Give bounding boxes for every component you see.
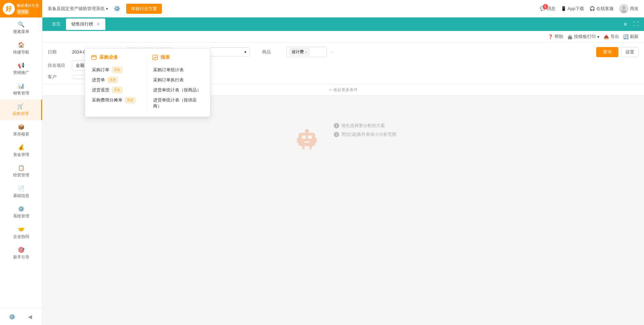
tab-home[interactable]: 首页 [46, 18, 66, 30]
search-icon: 🔍 [18, 21, 25, 28]
help-btn[interactable]: ❓ 帮助 [548, 34, 563, 40]
svg-point-15 [95, 56, 95, 56]
sidebar: 好 畅捷通好生意 标准版 🔍 搜索菜单 🏠 快捷导航 📢 营销推广 📊 销售管理… [0, 0, 42, 325]
user-label: 用友 [630, 6, 639, 12]
purchase-section-icon [91, 54, 97, 61]
sidebar-item-quick-nav[interactable]: 🏠 快捷导航 [0, 38, 42, 58]
guide-icon: 🎯 [18, 246, 25, 253]
sidebar-item-finance[interactable]: 💰 资金管理 [0, 140, 42, 161]
sidebar-item-search[interactable]: 🔍 搜索菜单 [0, 17, 42, 38]
app-download-action[interactable]: 📱 App下载 [561, 6, 584, 12]
settings-btn[interactable]: 设置 [621, 47, 639, 57]
purchase-order-stats-item[interactable]: 采购订单统计表 [152, 65, 205, 75]
tab-sales-rank[interactable]: 销售排行榜 ✕ [66, 18, 105, 30]
report-section-icon [152, 54, 158, 61]
tab-close-icon[interactable]: ✕ [97, 22, 100, 27]
incoming-stats-supplier-item[interactable]: 进货单统计表（按供应商） [152, 95, 205, 111]
export-btn[interactable]: 📤 导出 [604, 34, 619, 40]
svg-point-2 [621, 10, 627, 13]
operations-icon: 📋 [18, 164, 25, 171]
sidebar-item-enterprise[interactable]: 🤝 企业协同 [0, 222, 42, 243]
sidebar-nav: 🔍 搜索菜单 🏠 快捷导航 📢 营销推广 📊 销售管理 🛒 采购管理 📦 库存核… [0, 17, 42, 308]
app-download-label: App下载 [568, 6, 584, 12]
notification-action[interactable]: 💬 5 消息 [540, 6, 556, 12]
sidebar-item-operations[interactable]: 📋 经营管理 [0, 161, 42, 181]
report-section: 报表 采购订单统计表 采购订单执行表 进货单统计表（按商品） 进货单统计表（按供… [152, 54, 205, 111]
system-icon: ⚙️ [18, 205, 25, 212]
content-area: ❓ 帮助 🖨️ 按模板打印 ▾ 📤 导出 🔄 刷新 日期 2024- [42, 31, 644, 325]
sidebar-item-purchase[interactable]: 🛒 采购管理 [0, 99, 42, 120]
goods-tag-input[interactable]: 设计费 × [286, 47, 327, 57]
empty-tips: 1 请先选择要分析的方案 2 用[过滤]条件来缩小分析范围 [334, 123, 396, 137]
logo-icon: 好 [3, 3, 15, 15]
print-dropdown-icon: ▾ [597, 34, 600, 39]
goods-more-dots[interactable]: ··· [331, 49, 334, 54]
online-service-action[interactable]: 🎧 在线客服 [589, 6, 614, 12]
industry-btn[interactable]: 体验行业方案 [126, 4, 162, 14]
main-content: 装备及固定资产辅助管理系统 ⚙️ 体验行业方案 💬 5 消息 📱 App下载 🎧… [42, 0, 644, 325]
sales-icon: 📊 [18, 82, 25, 89]
empty-tip-2: 2 用[过滤]条件来缩小分析范围 [334, 131, 396, 137]
export-icon: 📤 [604, 34, 609, 39]
query-btn[interactable]: 查询 [596, 47, 618, 57]
sidebar-item-marketing[interactable]: 📢 营销推广 [0, 58, 42, 79]
topbar-actions: 💬 5 消息 📱 App下载 🎧 在线客服 [540, 4, 639, 13]
empty-tip-1: 1 请先选择要分析的方案 [334, 123, 385, 129]
svg-point-1 [622, 6, 625, 9]
avatar [619, 4, 629, 13]
sidebar-item-inventory[interactable]: 📦 库存核算 [0, 120, 42, 140]
chevron-down-icon [106, 6, 108, 11]
cost-allocation-item[interactable]: 采购费用分摊单 历史 [91, 95, 143, 105]
purchase-section-title: 采购业务 [91, 54, 143, 61]
report-section-title: 报表 [152, 54, 205, 61]
print-btn[interactable]: 🖨️ 按模板打印 ▾ [567, 34, 600, 40]
tab-bar-actions: ✕ ⛶ [621, 20, 640, 28]
notification-badge: 5 [543, 4, 548, 9]
refresh-icon: 🔄 [623, 34, 629, 39]
user-action[interactable]: 用友 [619, 4, 639, 13]
sidebar-logo: 好 畅捷通好生意 标准版 [0, 0, 42, 17]
svg-rect-10 [309, 146, 312, 150]
return-item[interactable]: 进货退货 历史 [91, 85, 143, 95]
refresh-btn[interactable]: 🔄 刷新 [623, 34, 639, 40]
online-service-label: 在线客服 [596, 6, 614, 12]
sidebar-item-sales[interactable]: 📊 销售管理 [0, 79, 42, 99]
purchase-order-exec-item[interactable]: 采购订单执行表 [152, 75, 205, 85]
headset-icon: 🎧 [589, 6, 595, 11]
system-title-dropdown[interactable]: 装备及固定资产辅助管理系统 [48, 6, 108, 12]
customer-label: 客户 [48, 74, 68, 80]
system-title: 装备及固定资产辅助管理系统 [48, 6, 105, 12]
svg-rect-6 [304, 141, 310, 143]
home-icon: 🏠 [18, 41, 25, 48]
dropdown-divider [147, 54, 148, 111]
svg-rect-7 [297, 138, 299, 143]
svg-rect-4 [302, 135, 306, 139]
filter-toolbar: ❓ 帮助 🖨️ 按模板打印 ▾ 📤 导出 🔄 刷新 [42, 31, 644, 43]
svg-rect-9 [302, 146, 305, 150]
sidebar-collapse-btn[interactable]: ◀ [25, 312, 35, 322]
svg-rect-3 [298, 133, 315, 146]
incoming-stats-goods-item[interactable]: 进货单统计表（按商品） [152, 85, 205, 95]
sidebar-item-system[interactable]: ⚙️ 系统管理 [0, 202, 42, 222]
sidebar-item-basic-info[interactable]: 📄 基础信息 [0, 181, 42, 202]
marketing-icon: 📢 [18, 62, 25, 69]
incoming-item[interactable]: 进货单 历史 [91, 75, 143, 85]
goods-tag-close[interactable]: × [305, 50, 307, 54]
topbar: 装备及固定资产辅助管理系统 ⚙️ 体验行业方案 💬 5 消息 📱 App下载 🎧… [42, 0, 644, 17]
tab-fullscreen-btn[interactable]: ⛶ [632, 20, 640, 28]
sidebar-item-guide[interactable]: 🎯 新手引导 [0, 243, 42, 263]
doc-status-select[interactable] [210, 47, 250, 56]
purchase-order-item[interactable]: 采购订单 历史 [91, 65, 143, 75]
svg-rect-13 [92, 55, 96, 59]
notification-icon: 💬 5 [540, 6, 545, 11]
collapse-icon: ∧ [329, 87, 332, 92]
basic-info-icon: 📄 [18, 185, 25, 192]
enterprise-icon: 🤝 [18, 226, 25, 233]
sidebar-settings-btn[interactable]: ⚙️ [7, 312, 17, 322]
sidebar-bottom: ⚙️ ◀ [0, 308, 42, 325]
svg-rect-5 [308, 135, 312, 139]
tab-close-all-btn[interactable]: ✕ [621, 20, 629, 28]
goods-label: 商品 [262, 49, 282, 55]
topbar-settings-btn[interactable]: ⚙️ [112, 4, 122, 14]
goods-tag: 设计费 × [289, 48, 310, 55]
